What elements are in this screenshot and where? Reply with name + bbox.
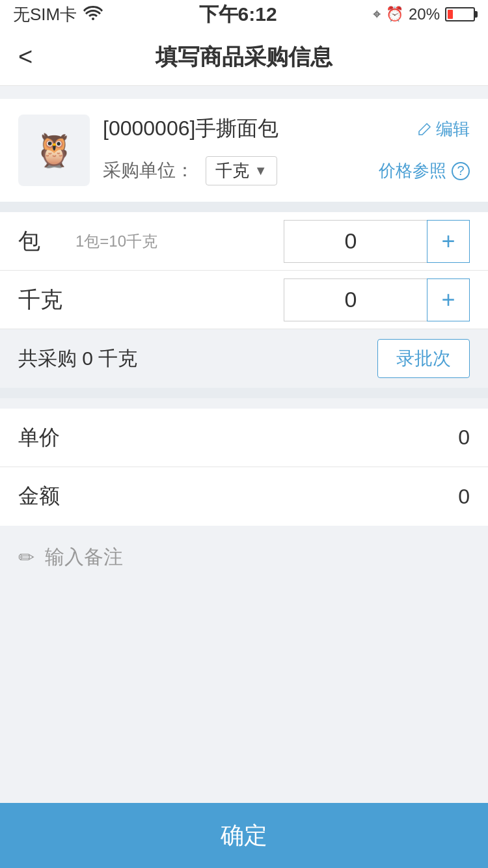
quantity-input-bao[interactable]: [284, 220, 427, 263]
unit-select[interactable]: 千克 ▼: [206, 156, 277, 185]
dropdown-arrow-icon: ▼: [254, 163, 267, 178]
battery-icon: [445, 7, 475, 21]
wifi-icon: [83, 5, 103, 25]
confirm-button[interactable]: 确定: [0, 803, 488, 868]
summary-text: 共采购 0 千克: [18, 346, 137, 372]
nav-title: 填写商品采购信息: [156, 42, 332, 72]
price-row-unit: 单价 0: [0, 409, 488, 467]
quantity-row-kg: 千克 +: [0, 271, 488, 329]
quantity-section: 包 1包=10千克 + 千克 + 共采购 0 千克 录批次: [0, 212, 488, 388]
product-owl-icon: 🦉: [34, 134, 74, 167]
amount-value: 0: [458, 485, 470, 509]
product-name: [0000006]手撕面包: [103, 115, 278, 143]
alarm-icon: ⏰: [386, 6, 403, 23]
separator-2: [0, 388, 488, 398]
battery-percent: 20%: [409, 5, 440, 23]
quantity-input-group-kg: +: [284, 278, 470, 321]
quantity-label-kg: 千克: [18, 285, 70, 315]
pencil-icon: ✏: [18, 546, 34, 569]
nav-bar: < 填写商品采购信息: [0, 29, 488, 86]
amount-label: 金额: [18, 482, 60, 511]
status-left: 无SIM卡: [13, 3, 103, 26]
quantity-input-group-bao: +: [284, 220, 470, 263]
summary-row: 共采购 0 千克 录批次: [0, 329, 488, 388]
product-card: 🦉 [0000006]手撕面包 编辑 采购单位： 千克 ▼: [0, 99, 488, 202]
spacer: [0, 589, 488, 719]
quantity-plus-kg[interactable]: +: [427, 278, 470, 321]
status-bar: 无SIM卡 下午6:12 ⌖ ⏰ 20%: [0, 0, 488, 29]
quantity-sublabel-bao: 1包=10千克: [75, 231, 157, 252]
quantity-input-kg[interactable]: [284, 278, 427, 321]
unit-price-value: 0: [458, 426, 470, 450]
product-thumbnail: 🦉: [18, 115, 90, 186]
back-button[interactable]: <: [18, 43, 33, 71]
status-time: 下午6:12: [199, 1, 277, 28]
confirm-button-label: 确定: [221, 820, 267, 852]
separator-1: [0, 202, 488, 212]
carrier-text: 无SIM卡: [13, 3, 77, 26]
price-row-amount: 金额 0: [0, 467, 488, 526]
product-info: [0000006]手撕面包 编辑 采购单位： 千克 ▼ 价格: [103, 115, 470, 185]
edit-button[interactable]: 编辑: [418, 118, 470, 141]
quantity-row-bao: 包 1包=10千克 +: [0, 212, 488, 271]
notes-placeholder: 输入备注: [45, 544, 123, 571]
price-section: 单价 0 金额 0: [0, 409, 488, 526]
notes-section[interactable]: ✏ 输入备注: [0, 526, 488, 589]
purchase-unit-row: 采购单位： 千克 ▼ 价格参照 ?: [103, 156, 470, 185]
quantity-plus-bao[interactable]: +: [427, 220, 470, 263]
purchase-unit-label: 采购单位：: [103, 160, 194, 180]
price-ref-button[interactable]: 价格参照 ?: [379, 159, 470, 182]
unit-price-label: 单价: [18, 424, 60, 452]
product-name-row: [0000006]手撕面包 编辑: [103, 115, 470, 143]
help-icon: ?: [452, 162, 470, 180]
purchase-unit-left: 采购单位： 千克 ▼: [103, 156, 277, 185]
quantity-label-bao: 包: [18, 226, 70, 256]
batch-button[interactable]: 录批次: [377, 339, 470, 378]
status-right: ⌖ ⏰ 20%: [373, 5, 475, 23]
location-icon: ⌖: [373, 6, 381, 23]
